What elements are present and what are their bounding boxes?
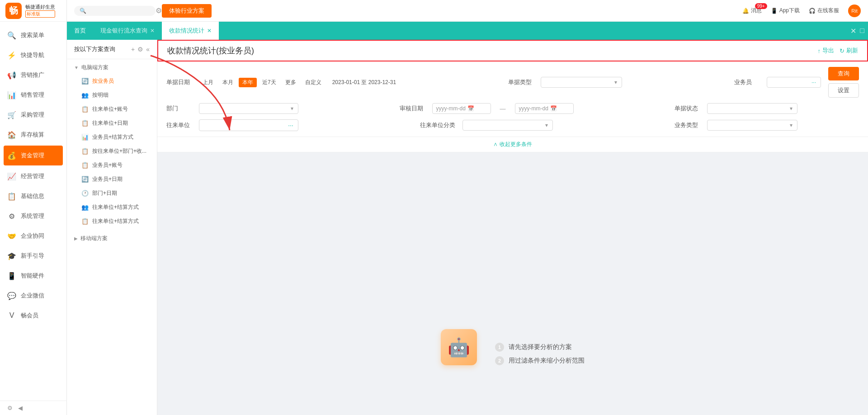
settings-icon[interactable]: ⚙ xyxy=(7,405,13,411)
tab-home-label: 首页 xyxy=(74,27,86,35)
doc-type-select[interactable]: ▾ xyxy=(541,77,622,88)
guide-icon: 🎓 xyxy=(7,252,16,260)
sales-icon: 📊 xyxy=(7,91,16,99)
sidebar-item-inventory[interactable]: 🏠 库存核算 xyxy=(0,125,66,145)
refresh-label: 刷新 xyxy=(846,47,858,55)
date-tab-more[interactable]: 更多 xyxy=(282,78,300,87)
app-download-area[interactable]: 📱 App下载 xyxy=(771,7,800,14)
date-tab-thismonth[interactable]: 本月 xyxy=(219,78,237,87)
sidebar-item-system[interactable]: ⚙ 系统管理 xyxy=(0,206,66,226)
scheme-item-icon: 📋 xyxy=(81,218,89,225)
tab-collection[interactable]: 收款情况统计 ✕ xyxy=(162,22,219,40)
tab-cashflow-close[interactable]: ✕ xyxy=(150,28,155,34)
sidebar-item-hardware[interactable]: 📱 智能硬件 xyxy=(0,266,66,286)
scheme-item-icon: 🔄 xyxy=(81,176,89,183)
robot-illustration: 🤖 xyxy=(441,329,477,365)
export-label: 导出 xyxy=(822,47,834,55)
scheme-item-partner-date[interactable]: 📋 往来单位+日期 xyxy=(67,116,157,130)
collapse-button[interactable]: ∧ 收起更多条件 xyxy=(493,141,532,148)
date-tab-7days[interactable]: 近7天 xyxy=(259,78,280,87)
trial-button[interactable]: 体验行业方案 xyxy=(162,4,212,18)
sidebar-item-collab[interactable]: 🤝 企业协同 xyxy=(0,226,66,246)
salesman-select[interactable]: ··· xyxy=(767,77,821,88)
scheme-item-label: 往来单位+账号 xyxy=(92,105,128,113)
collapse-sidebar-icon[interactable]: ◀ xyxy=(18,405,23,411)
scheme-item-salesman-settle[interactable]: 📊 业务员+结算方式 xyxy=(67,130,157,144)
sidebar: 畅 畅捷通好生意 标准版 🔍 搜索菜单 ⚡ 快捷导航 📢 营销推广 📊 销售管理… xyxy=(0,0,67,415)
scheme-collapse-icon[interactable]: « xyxy=(146,46,150,53)
app-download-label: App下载 xyxy=(779,7,800,14)
calendar-icon: 📅 xyxy=(550,105,557,112)
gear-settings-icon[interactable]: ⚙ xyxy=(156,6,162,15)
scheme-item-icon: 👥 xyxy=(81,92,89,99)
partner-label: 往来单位 xyxy=(166,121,192,129)
sidebar-item-operations[interactable]: 📈 经营管理 xyxy=(0,166,66,186)
scheme-group-mobile-title[interactable]: ▶ 移动端方案 xyxy=(67,232,157,245)
dept-select[interactable]: ▾ xyxy=(199,103,298,114)
scheme-item-icon: 📋 xyxy=(81,120,89,127)
filter-row-3: 往来单位 ··· 往来单位分类 ▾ 业务类型 ▾ xyxy=(166,119,859,131)
sidebar-item-member[interactable]: V 畅会员 xyxy=(0,306,66,325)
user-avatar[interactable]: Rit xyxy=(848,5,861,17)
tab-close-all-icon[interactable]: ✕ xyxy=(850,27,856,35)
scheme-item-partner-account[interactable]: 📋 往来单位+账号 xyxy=(67,102,157,116)
scheme-item-partner-settle1[interactable]: 👥 往来单位+结算方式 xyxy=(67,200,157,214)
tab-home[interactable]: 首页 xyxy=(67,22,93,40)
date-tab-lastmonth[interactable]: 上月 xyxy=(199,78,217,87)
basics-icon: 📋 xyxy=(7,192,16,201)
sidebar-item-quicknav[interactable]: ⚡ 快捷导航 xyxy=(0,45,66,65)
export-button[interactable]: ↑ 导出 xyxy=(818,47,835,55)
scheme-item-salesman-date[interactable]: 🔄 业务员+日期 xyxy=(67,172,157,186)
doc-status-select[interactable]: ▾ xyxy=(707,103,797,114)
scheme-item-salesman[interactable]: 🔄 按业务员 xyxy=(67,74,157,88)
review-date-start[interactable]: yyyy-mm-dd 📅 xyxy=(432,103,491,114)
sidebar-item-sales[interactable]: 📊 销售管理 xyxy=(0,85,66,105)
partner-category-label: 往来单位分类 xyxy=(420,121,455,129)
online-service-area[interactable]: 🎧 在线客服 xyxy=(809,7,839,14)
scheme-group-desktop-title[interactable]: ▼ 电脑端方案 xyxy=(67,61,157,74)
sidebar-item-search[interactable]: 🔍 搜索菜单 xyxy=(0,25,66,45)
partner-category-select[interactable]: ▾ xyxy=(462,120,553,131)
tab-bar: 首页 现金银行流水查询 ✕ 收款情况统计 ✕ ✕ □ xyxy=(67,22,868,40)
query-btn-area: 查询 设置 xyxy=(828,67,859,98)
notification-area[interactable]: 🔔 消息 99+ xyxy=(742,7,762,14)
search-bar[interactable]: 🔍 xyxy=(74,6,156,16)
biz-type-select[interactable]: ▾ xyxy=(707,120,797,131)
sidebar-item-marketing[interactable]: 📢 营销推广 xyxy=(0,65,66,85)
refresh-button[interactable]: ↻ 刷新 xyxy=(840,47,858,55)
scheme-item-partner-dept[interactable]: 📋 按往来单位+部门+收... xyxy=(67,144,157,158)
result-area: 🤖 1 请先选择要分析的方案 2 用过滤条件来缩小分析范围 xyxy=(157,152,868,415)
sidebar-item-label: 经营管理 xyxy=(21,172,44,180)
query-button[interactable]: 查询 xyxy=(828,67,859,80)
step-2-number: 2 xyxy=(495,356,504,365)
settings-button[interactable]: 设置 xyxy=(828,83,859,98)
date-tab-thisyear[interactable]: 本年 xyxy=(239,78,257,87)
review-date-end[interactable]: yyyy-mm-dd 📅 xyxy=(515,103,574,114)
sidebar-item-guide[interactable]: 🎓 新手引导 xyxy=(0,246,66,266)
sidebar-item-purchase[interactable]: 🛒 采购管理 xyxy=(0,105,66,125)
group-arrow-down-icon: ▼ xyxy=(74,65,79,70)
sidebar-item-label: 资金管理 xyxy=(21,151,44,160)
sidebar-item-finance[interactable]: 💰 资金管理 xyxy=(4,146,63,165)
page-actions: ↑ 导出 ↻ 刷新 xyxy=(818,47,859,55)
tab-maximize-icon[interactable]: □ xyxy=(860,27,864,35)
scheme-item-dept-date[interactable]: 🕐 部门+日期 xyxy=(67,186,157,200)
scheme-item-detail[interactable]: 👥 按明细 xyxy=(67,88,157,102)
sidebar-item-basics[interactable]: 📋 基础信息 xyxy=(0,186,66,206)
scheme-settings-icon[interactable]: ⚙ xyxy=(137,46,143,53)
page-header: 收款情况统计(按业务员) ↑ 导出 ↻ 刷新 xyxy=(157,40,868,61)
tab-collection-close[interactable]: ✕ xyxy=(207,28,212,34)
scheme-item-label: 按往来单位+部门+收... xyxy=(92,147,146,155)
marketing-icon: 📢 xyxy=(7,71,16,80)
member-icon: V xyxy=(7,311,16,320)
scheme-item-partner-settle2[interactable]: 📋 往来单位+结算方式 xyxy=(67,214,157,228)
online-service-label: 在线客服 xyxy=(817,7,839,14)
date-tab-custom[interactable]: 自定义 xyxy=(302,78,325,87)
partner-select[interactable]: ··· xyxy=(199,119,298,131)
sidebar-item-wechat[interactable]: 💬 企业微信 xyxy=(0,286,66,306)
chevron-down-icon: ▾ xyxy=(545,122,548,128)
tab-cashflow[interactable]: 现金银行流水查询 ✕ xyxy=(93,22,162,40)
scheme-item-salesman-account[interactable]: 📋 业务员+账号 xyxy=(67,158,157,172)
sidebar-item-label: 营销推广 xyxy=(21,71,44,79)
scheme-add-icon[interactable]: + xyxy=(131,46,135,53)
